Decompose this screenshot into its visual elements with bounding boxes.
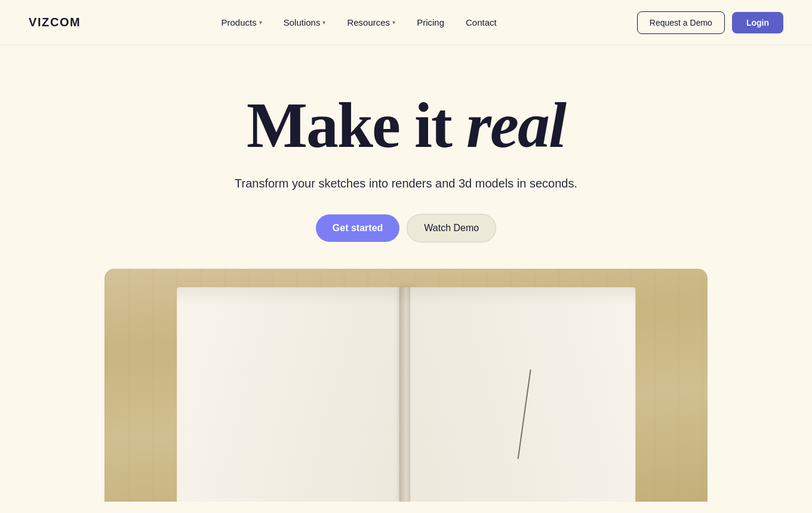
request-demo-button[interactable]: Request a Demo (637, 11, 725, 34)
hero-image (104, 269, 708, 502)
book-top-shadow (177, 287, 635, 305)
book-right-page (411, 287, 635, 502)
chevron-down-icon: ▾ (392, 19, 395, 26)
book-left-page (177, 287, 401, 502)
nav-contact[interactable]: Contact (456, 13, 506, 32)
sketchbook-image (177, 287, 635, 502)
nav-products[interactable]: Products ▾ (212, 13, 272, 32)
chevron-down-icon: ▾ (322, 19, 325, 26)
nav-actions: Request a Demo Login (637, 11, 783, 34)
pencil (518, 369, 531, 458)
nav-solutions[interactable]: Solutions ▾ (274, 13, 336, 32)
hero-cta-group: Get started Watch Demo (316, 214, 496, 242)
watch-demo-button[interactable]: Watch Demo (407, 214, 496, 242)
brand-logo[interactable]: VIZCOM (29, 16, 81, 29)
hero-headline: Make it real (247, 93, 565, 158)
nav-links: Products ▾ Solutions ▾ Resources ▾ Prici… (212, 13, 506, 32)
nav-resources[interactable]: Resources ▾ (337, 13, 405, 32)
get-started-button[interactable]: Get started (316, 214, 399, 242)
chevron-down-icon: ▾ (259, 19, 262, 26)
login-button[interactable]: Login (732, 12, 783, 33)
nav-pricing[interactable]: Pricing (407, 13, 454, 32)
hero-subheadline: Transform your sketches into renders and… (235, 174, 577, 192)
hero-section: Make it real Transform your sketches int… (0, 45, 812, 513)
navbar: VIZCOM Products ▾ Solutions ▾ Resources … (0, 0, 812, 45)
